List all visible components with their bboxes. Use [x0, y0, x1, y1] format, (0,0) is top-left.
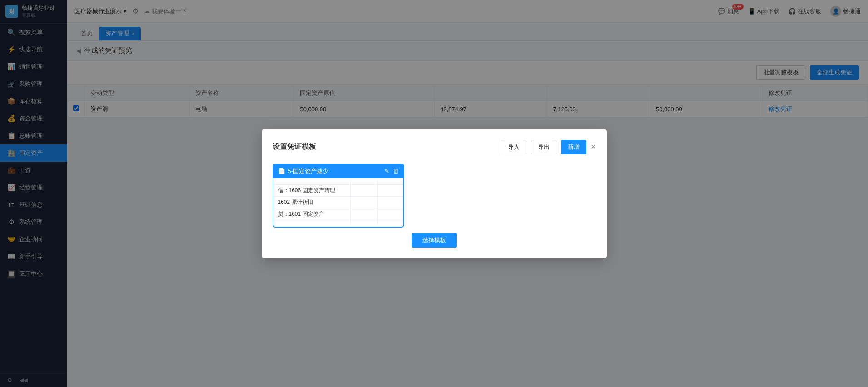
template-row-3: 贷：1601 固定资产: [273, 208, 403, 220]
template-account-4: [273, 220, 351, 224]
import-btn[interactable]: 导入: [501, 140, 526, 154]
template-row-2: 1602 累计折旧: [273, 197, 403, 208]
template-delete-icon[interactable]: 🗑: [393, 168, 399, 174]
template-debit-3: [351, 208, 378, 220]
template-credit-4: [378, 220, 404, 224]
dialog-title: 设置凭证模板: [273, 142, 316, 152]
dialog-header: 设置凭证模板 导入 导出 新增 ×: [273, 140, 596, 154]
template-debit-2: [351, 197, 378, 208]
template-debit-1: [351, 185, 378, 196]
template-credit-1: [378, 185, 404, 196]
template-row-4: [273, 220, 403, 224]
template-account-1: 借：1606 固定资产清理: [273, 185, 351, 196]
dialog-actions: 导入 导出 新增: [501, 140, 586, 154]
template-card: 📄 5-固定资产减少 ✎ 🗑 借：1606 固定资产清理: [273, 164, 404, 228]
template-col-credit: [378, 181, 404, 184]
template-row-1: 借：1606 固定资产清理: [273, 185, 403, 197]
template-card-body: 借：1606 固定资产清理 1602 累计折旧 贷：1601 固定资产: [273, 178, 403, 227]
template-card-title-area: 📄 5-固定资产减少: [278, 167, 329, 175]
template-file-icon: 📄: [278, 168, 285, 174]
dialog-close-btn[interactable]: ×: [591, 142, 596, 152]
template-edit-icon[interactable]: ✎: [384, 168, 389, 174]
template-col-account: [273, 181, 351, 184]
template-card-header: 📄 5-固定资产减少 ✎ 🗑: [273, 164, 403, 178]
export-btn[interactable]: 导出: [531, 140, 556, 154]
template-account-3: 贷：1601 固定资产: [273, 208, 351, 220]
template-row-header: [273, 181, 403, 185]
template-col-debit: [351, 181, 378, 184]
new-btn[interactable]: 新增: [561, 140, 586, 154]
template-account-2: 1602 累计折旧: [273, 197, 351, 208]
set-template-dialog: 设置凭证模板 导入 导出 新增 × 📄 5-固定资产减少 ✎ 🗑: [262, 129, 607, 258]
template-credit-2: [378, 197, 404, 208]
template-name: 5-固定资产减少: [288, 167, 329, 175]
template-debit-4: [351, 220, 378, 224]
select-template-btn[interactable]: 选择模板: [412, 233, 457, 248]
dialog-overlay: 设置凭证模板 导入 导出 新增 × 📄 5-固定资产减少 ✎ 🗑: [0, 0, 868, 387]
template-card-icons: ✎ 🗑: [384, 168, 399, 174]
template-credit-3: [378, 208, 404, 220]
